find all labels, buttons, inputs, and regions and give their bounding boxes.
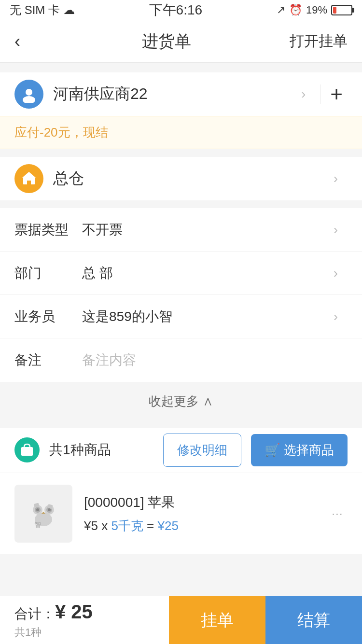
- nav-bar: ‹ 进货单 打开挂单: [0, 20, 362, 63]
- total-section: 合计：¥ 25 共1种: [0, 601, 169, 640]
- open-hang-button[interactable]: 打开挂单: [290, 31, 348, 51]
- quantity-value: 5千克: [111, 518, 143, 533]
- total-amount: ¥ 25: [55, 601, 93, 622]
- product-name: [0000001] 苹果: [84, 493, 327, 512]
- svg-point-1: [23, 96, 35, 103]
- total-value: ¥25: [157, 518, 178, 533]
- ticket-type-value: 不开票: [82, 221, 334, 239]
- remark-label: 备注: [14, 351, 82, 369]
- spacer-1: [0, 63, 362, 72]
- svg-point-11: [48, 508, 51, 511]
- product-code: [0000001]: [84, 495, 144, 510]
- svg-point-0: [26, 89, 32, 96]
- battery-icon: [331, 5, 352, 15]
- location-icon: ↗: [277, 4, 285, 16]
- warehouse-chevron-icon: ›: [334, 171, 338, 186]
- svg-rect-4: [27, 181, 31, 184]
- supplier-name: 河南供应商22: [53, 84, 301, 105]
- divider: [320, 84, 320, 104]
- svg-marker-3: [22, 172, 36, 178]
- warehouse-section: 总仓 ›: [0, 157, 362, 200]
- page-title: 进货单: [142, 30, 191, 53]
- product-price: ¥5 x 5千克 = ¥25: [84, 518, 327, 534]
- department-value: 总 部: [82, 264, 334, 282]
- back-button[interactable]: ‹: [14, 31, 43, 52]
- svg-text:智: 智: [34, 521, 41, 529]
- spacer-4: [0, 420, 362, 428]
- svg-rect-5: [21, 447, 33, 456]
- supplier-chevron-icon: ›: [301, 86, 306, 102]
- svg-point-10: [36, 508, 39, 511]
- department-label: 部门: [14, 264, 82, 282]
- remark-input[interactable]: 备注内容: [82, 351, 348, 369]
- svg-marker-13: [42, 512, 45, 514]
- warehouse-row[interactable]: 总仓 ›: [0, 157, 362, 200]
- product-title-text: 苹果: [148, 495, 175, 510]
- status-bar-time: 下午6:16: [149, 1, 203, 19]
- battery-percent: 19%: [306, 4, 327, 16]
- warning-banner: 应付-20元，现结: [0, 116, 362, 149]
- product-info: [0000001] 苹果 ¥5 x 5千克 = ¥25: [84, 493, 327, 534]
- remark-row[interactable]: 备注 备注内容: [0, 338, 362, 382]
- settle-button[interactable]: 结算: [265, 596, 362, 644]
- price-label: ¥5 x: [84, 518, 111, 533]
- status-bar-right: ↗ ⏰ 19%: [277, 4, 352, 16]
- product-count-text: 共1种商品: [49, 441, 153, 459]
- status-bar: 无 SIM 卡 ☁ 下午6:16 ↗ ⏰ 19%: [0, 0, 362, 20]
- edit-detail-button[interactable]: 修改明细: [163, 434, 241, 467]
- department-chevron-icon: ›: [334, 266, 338, 281]
- product-item: 智 [0000001] 苹果 ¥5 x 5千克 = ¥25 ···: [0, 473, 362, 554]
- supplier-section: 河南供应商22 › + 应付-20元，现结: [0, 72, 362, 149]
- product-thumbnail: 智: [14, 485, 72, 543]
- warehouse-name: 总仓: [53, 168, 334, 189]
- salesman-row[interactable]: 业务员 这是859的小智 ›: [0, 295, 362, 338]
- select-btn-label: 选择商品: [284, 442, 334, 459]
- select-icon: 🛒: [265, 443, 280, 458]
- add-button[interactable]: +: [325, 82, 348, 106]
- supplier-avatar: [14, 80, 43, 109]
- total-count: 共1种: [14, 625, 154, 640]
- form-section: 票据类型 不开票 › 部门 总 部 › 业务员 这是859的小智 › 备注 备注…: [0, 208, 362, 382]
- ticket-type-chevron-icon: ›: [334, 222, 338, 238]
- supplier-row[interactable]: 河南供应商22 › +: [0, 72, 362, 116]
- product-header: 共1种商品 修改明细 🛒 选择商品: [0, 428, 362, 472]
- product-more-button[interactable]: ···: [327, 501, 348, 526]
- alarm-icon: ⏰: [289, 4, 302, 16]
- salesman-label: 业务员: [14, 308, 82, 326]
- select-product-button[interactable]: 🛒 选择商品: [251, 434, 348, 466]
- sim-status: 无 SIM 卡 ☁: [10, 2, 75, 18]
- product-count-icon: [14, 437, 40, 462]
- status-bar-left: 无 SIM 卡 ☁: [10, 2, 75, 18]
- hang-order-button[interactable]: 挂单: [169, 596, 265, 644]
- warehouse-icon: [14, 164, 43, 193]
- equals-label: =: [143, 518, 158, 533]
- salesman-value: 这是859的小智: [82, 308, 334, 326]
- product-section: 共1种商品 修改明细 🛒 选择商品: [0, 428, 362, 554]
- ticket-type-label: 票据类型: [14, 221, 82, 239]
- total-label: 合计：: [14, 606, 55, 621]
- spacer-3: [0, 200, 362, 208]
- department-row[interactable]: 部门 总 部 ›: [0, 252, 362, 295]
- bottom-bar: 合计：¥ 25 共1种 挂单 结算: [0, 596, 362, 644]
- total-row: 合计：¥ 25: [14, 601, 154, 623]
- collapse-more-button[interactable]: 收起更多 ∧: [0, 382, 362, 420]
- salesman-chevron-icon: ›: [334, 309, 338, 324]
- spacer-2: [0, 149, 362, 157]
- ticket-type-row[interactable]: 票据类型 不开票 ›: [0, 208, 362, 252]
